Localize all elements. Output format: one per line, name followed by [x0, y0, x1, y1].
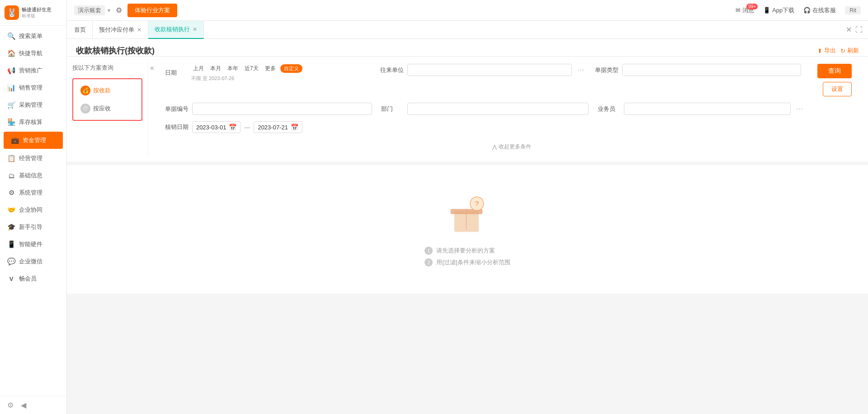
query-button[interactable]: 查询 — [817, 64, 852, 78]
voucher-no-input[interactable] — [192, 103, 372, 115]
refresh-button[interactable]: ↻ 刷新 — [840, 47, 859, 55]
writeoff-date-end-input[interactable]: 2023-07-21 📅 — [254, 121, 302, 133]
dept-label: 部门 — [381, 105, 404, 113]
writeoff-date-label: 核销日期 — [165, 123, 189, 131]
collapse-more-icon: ⋀ — [492, 144, 497, 150]
user-name[interactable]: Rit — [845, 6, 861, 14]
marketing-nav-icon: 📢 — [7, 67, 15, 75]
sidebar-item-system[interactable]: ⚙ 系统管理 — [0, 184, 66, 201]
staff-input[interactable] — [624, 103, 791, 115]
filter-option-by-receipt[interactable]: 💰 按收款 — [77, 83, 138, 98]
date-custom[interactable]: 自定义 — [280, 64, 302, 73]
sidebar-item-funds[interactable]: 💼 资金管理 — [4, 132, 63, 149]
inventory-nav-icon: 🏪 — [7, 118, 15, 126]
partner-label: 往来单位 — [380, 66, 404, 74]
company-dropdown-icon[interactable]: ▾ — [108, 7, 110, 14]
sidebar-item-member[interactable]: V 畅会员 — [0, 270, 66, 287]
staff-more-icon[interactable]: ··· — [794, 104, 805, 114]
sidebar-item-business[interactable]: 📋 经营管理 — [0, 150, 66, 167]
tab-prepay[interactable]: 预付冲应付单 ✕ — [93, 21, 148, 39]
sidebar-item-wechat[interactable]: 💬 企业微信 — [0, 253, 66, 270]
sales-nav-icon: 📊 — [7, 84, 15, 92]
tabbar: 首页 预付冲应付单 ✕ 收款核销执行 ✕ ✕ ⛶ — [67, 21, 868, 39]
sidebar-item-marketing[interactable]: 📢 营销推广 — [0, 62, 66, 79]
partner-more-icon[interactable]: ··· — [576, 65, 586, 75]
collapse-more-conditions[interactable]: ⋀ 收起更多条件 — [165, 139, 859, 154]
sidebar-label-hardware: 智能硬件 — [19, 240, 42, 248]
collapse-sidebar-arrow[interactable]: « — [148, 62, 156, 156]
sidebar-item-sales[interactable]: 📊 销售管理 — [0, 79, 66, 96]
sidebar-label-guide: 新手引导 — [19, 223, 42, 231]
business-nav-icon: 📋 — [7, 154, 15, 162]
hint-num-1: 1 — [425, 247, 433, 255]
tab-expand-icon[interactable]: ⛶ — [855, 26, 863, 34]
hint-text-2: 用[过滤]条件来缩小分析范围 — [436, 258, 510, 266]
app-edition: 标准版 — [22, 13, 52, 19]
app-download-button[interactable]: 📱 App下载 — [763, 6, 794, 14]
settings-button[interactable]: 设置 — [823, 82, 852, 96]
sidebar-label-funds: 资金管理 — [23, 136, 46, 144]
staff-label: 业务员 — [598, 105, 620, 113]
sidebar-item-hardware[interactable]: 📱 智能硬件 — [0, 236, 66, 253]
calendar-end-icon: 📅 — [291, 124, 298, 131]
sidebar-label-business: 经营管理 — [19, 154, 42, 162]
date-last-7-days[interactable]: 近7天 — [243, 64, 260, 73]
filter-row-2: 单据编号 部门 业务员 ··· — [165, 103, 859, 115]
sidebar-logo: 🐰 畅捷通好生意 标准版 — [0, 0, 66, 26]
sidebar-item-search[interactable]: 🔍 搜索菜单 — [0, 28, 66, 45]
by-receivable-icon: ⏱ — [80, 104, 90, 114]
by-receivable-label: 按应收 — [93, 105, 111, 113]
message-icon: ✉ — [736, 7, 741, 14]
svg-text:?: ? — [475, 200, 479, 207]
app-logo-icon: 🐰 — [5, 5, 19, 20]
topbar-gear-icon[interactable]: ⚙ — [116, 6, 122, 14]
tab-close-all-icon[interactable]: ✕ — [846, 25, 852, 34]
writeoff-date-start-input[interactable]: 2023-03-01 📅 — [192, 121, 241, 133]
sidebar-item-purchase[interactable]: 🛒 采购管理 — [0, 96, 66, 114]
date-last-month[interactable]: 上月 — [191, 64, 206, 73]
export-button[interactable]: ⬆ 导出 — [817, 47, 836, 55]
tab-receipt-close-icon[interactable]: ✕ — [193, 26, 197, 33]
online-service-button[interactable]: 🎧 在线客服 — [803, 6, 836, 14]
dept-select[interactable] — [407, 103, 588, 115]
date-sub-text: 不限 至 2023-07-26 — [191, 75, 302, 82]
date-this-year[interactable]: 本年 — [226, 64, 240, 73]
refresh-label: 刷新 — [847, 47, 859, 55]
topbar-right: ✉ 消息 99+ 📱 App下载 🎧 在线客服 Rit — [736, 6, 861, 14]
purchase-nav-icon: 🛒 — [7, 101, 15, 109]
filter-option-by-receivable[interactable]: ⏱ 按应收 — [77, 101, 138, 116]
filter-area: 按以下方案查询 💰 按收款 ⏱ 按应收 « — [67, 57, 868, 162]
voucher-type-select[interactable] — [622, 64, 801, 76]
home-nav-icon: 🏠 — [7, 49, 15, 57]
tabbar-actions: ✕ ⛶ — [846, 25, 863, 34]
sidebar-item-shortcut[interactable]: 🏠 快捷导航 — [0, 45, 66, 62]
sidebar-item-inventory[interactable]: 🏪 库存核算 — [0, 114, 66, 131]
tab-prepay-close-icon[interactable]: ✕ — [137, 27, 142, 33]
sidebar-item-guide[interactable]: 🎓 新手引导 — [0, 219, 66, 236]
sidebar-item-enterprise[interactable]: 🤝 企业协同 — [0, 201, 66, 219]
sidebar-item-basic[interactable]: 🗂 基础信息 — [0, 167, 66, 184]
messages-button[interactable]: ✉ 消息 99+ — [736, 6, 754, 14]
date-this-month[interactable]: 本月 — [208, 64, 223, 73]
content-area: 收款核销执行(按收款) ⬆ 导出 ↻ 刷新 按以下方案查询 — [67, 39, 868, 414]
filter-options: 💰 按收款 ⏱ 按应收 — [72, 78, 142, 121]
filter-date-options: 上月 本月 本年 近7天 更多 自定义 — [191, 64, 302, 73]
filter-field-staff: 业务员 ··· — [598, 103, 805, 115]
date-more[interactable]: 更多 — [263, 64, 278, 73]
hardware-nav-icon: 📱 — [7, 240, 15, 248]
writeoff-start-date-text: 2023-03-01 — [196, 124, 226, 131]
settings-bottom-icon[interactable]: ⚙ — [7, 401, 14, 409]
writeoff-end-date-text: 2023-07-21 — [258, 124, 288, 131]
filter-row-3: 核销日期 2023-03-01 📅 — 2023-07-21 📅 — [165, 121, 859, 133]
page-title: 收款核销执行(按收款) — [76, 45, 155, 56]
tab-receipt[interactable]: 收款核销执行 ✕ — [148, 21, 204, 39]
solution-button[interactable]: 体验行业方案 — [127, 4, 177, 17]
collapse-sidebar-icon[interactable]: ◀ — [21, 401, 26, 409]
filter-field-writeoff-date: 核销日期 2023-03-01 📅 — 2023-07-21 📅 — [165, 121, 859, 133]
app-name-block: 畅捷通好生意 标准版 — [22, 6, 52, 19]
tab-home[interactable]: 首页 — [72, 21, 93, 39]
partner-input[interactable] — [407, 64, 572, 76]
calendar-start-icon: 📅 — [229, 124, 236, 131]
wechat-nav-icon: 💬 — [7, 257, 15, 266]
filter-form: 日期 上月 本月 本年 近7天 更多 自定义 不限 至 2023-07-26 — [156, 62, 868, 156]
